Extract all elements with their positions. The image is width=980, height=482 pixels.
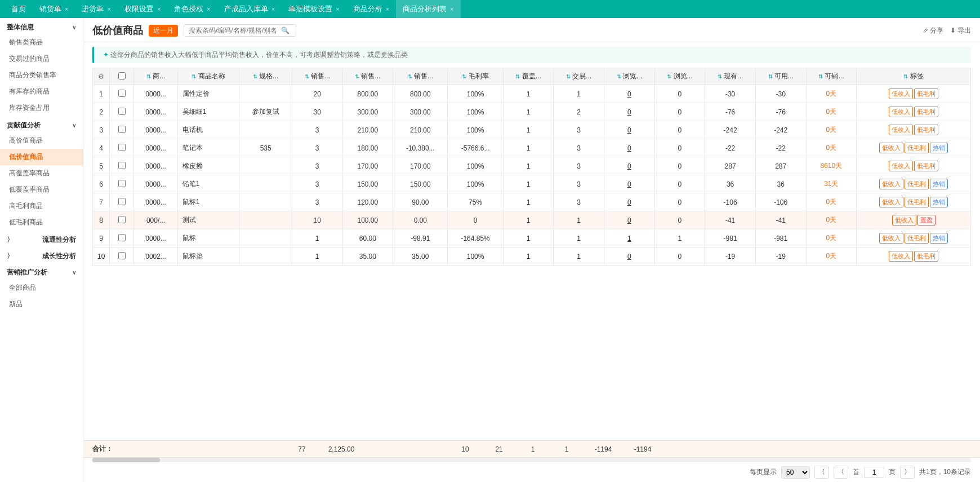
sidebar-item-traded-goods[interactable]: 交易过的商品 xyxy=(0,51,83,67)
row-index: 10 xyxy=(93,247,110,266)
nav-home[interactable]: 首页 xyxy=(5,0,33,18)
sidebar-section-contribution[interactable]: 贡献值分析 ∨ xyxy=(0,116,83,132)
sidebar-item-low-coverage[interactable]: 低覆盖率商品 xyxy=(0,182,83,198)
views-link[interactable]: 1 xyxy=(627,235,631,242)
sellable-column-header[interactable]: ⇅ 可销... xyxy=(806,68,857,85)
available-stock-column-header[interactable]: ⇅ 可用... xyxy=(755,68,806,85)
spec-column-header[interactable]: ⇅ 规格... xyxy=(239,68,292,85)
nav-role-auth[interactable]: 角色授权 × xyxy=(167,0,217,18)
gross-margin-column-header[interactable]: ⇅ 毛利率 xyxy=(448,68,503,85)
sidebar-section-marketing[interactable]: 营销推广分析 ∨ xyxy=(0,263,83,280)
row-select-checkbox[interactable] xyxy=(118,252,126,259)
views-link[interactable]: 0 xyxy=(627,162,631,170)
close-icon[interactable]: × xyxy=(107,6,110,12)
sidebar-section-growth[interactable]: 〉 成长性分析 xyxy=(0,247,83,263)
current-stock-column-header[interactable]: ⇅ 现有... xyxy=(705,68,756,85)
views-link[interactable]: 0 xyxy=(627,126,631,134)
close-icon[interactable]: × xyxy=(386,6,389,12)
sidebar-item-high-value[interactable]: 高价值商品 xyxy=(0,132,83,149)
row-views1[interactable]: 0 xyxy=(604,139,655,157)
search-icon[interactable]: 🔍 xyxy=(281,26,289,34)
prev-page-button[interactable]: 〈 xyxy=(834,466,848,479)
row-views1[interactable]: 0 xyxy=(604,175,655,193)
close-icon[interactable]: × xyxy=(336,6,339,12)
close-icon[interactable]: × xyxy=(157,6,161,12)
row-name: 鼠标垫 xyxy=(177,247,239,266)
sidebar-item-low-margin[interactable]: 低毛利商品 xyxy=(0,214,83,231)
settings-column-header[interactable]: ⚙ xyxy=(93,68,110,85)
row-views1[interactable]: 0 xyxy=(604,103,655,121)
page-number-input[interactable] xyxy=(864,467,884,478)
code-column-header[interactable]: ⇅ 商... xyxy=(134,68,177,85)
close-icon[interactable]: × xyxy=(450,6,453,12)
sidebar-section-liquidity[interactable]: 〉 流通性分析 xyxy=(0,231,83,247)
row-views1[interactable]: 1 xyxy=(604,229,655,247)
nav-goods-analysis[interactable]: 商品分析 × xyxy=(346,0,396,18)
row-select-checkbox[interactable] xyxy=(118,90,126,97)
sales-qty-column-header[interactable]: ⇅ 销售... xyxy=(292,68,342,85)
transactions-column-header[interactable]: ⇅ 交易... xyxy=(554,68,604,85)
row-select-checkbox[interactable] xyxy=(118,126,126,133)
sidebar-item-sales-goods[interactable]: 销售类商品 xyxy=(0,34,83,51)
sidebar-item-new-goods[interactable]: 新品 xyxy=(0,296,83,312)
row-index: 5 xyxy=(93,157,110,175)
sidebar-item-high-coverage[interactable]: 高覆盖率商品 xyxy=(0,165,83,182)
nav-sales-order[interactable]: 销货单 × xyxy=(33,0,75,18)
sidebar-section-overall[interactable]: 整体信息 ∨ xyxy=(0,18,83,34)
sidebar-item-all-goods[interactable]: 全部商品 xyxy=(0,280,83,296)
tags-column-header[interactable]: ⇅ 标签 xyxy=(857,68,971,85)
views-link[interactable]: 0 xyxy=(627,216,631,224)
row-views1[interactable]: 0 xyxy=(604,247,655,266)
first-page-button[interactable]: 〈 xyxy=(814,466,829,479)
views-link[interactable]: 0 xyxy=(627,90,631,98)
row-select-checkbox[interactable] xyxy=(118,180,126,187)
nav-permission-settings[interactable]: 权限设置 × xyxy=(118,0,167,18)
nav-purchase-order[interactable]: 进货单 × xyxy=(75,0,117,18)
close-icon[interactable]: × xyxy=(271,6,275,12)
row-select-checkbox[interactable] xyxy=(118,108,126,115)
sidebar-item-category-sales-rate[interactable]: 商品分类销售率 xyxy=(0,67,83,83)
period-button[interactable]: 近一月 xyxy=(149,25,178,37)
row-views1[interactable]: 0 xyxy=(604,211,655,229)
next-page-button[interactable]: 〉 xyxy=(900,466,915,479)
sales-price-column-header[interactable]: ⇅ 销售... xyxy=(393,68,448,85)
sales-amount-column-header[interactable]: ⇅ 销售... xyxy=(342,68,393,85)
nav-template-settings[interactable]: 单据模板设置 × xyxy=(282,0,346,18)
row-views1[interactable]: 0 xyxy=(604,157,655,175)
row-select-checkbox[interactable] xyxy=(118,162,126,169)
row-gross-margin: 0 xyxy=(448,211,503,229)
coverage-column-header[interactable]: ⇅ 覆盖... xyxy=(503,68,554,85)
nav-goods-analysis-list[interactable]: 商品分析列表 × xyxy=(396,0,460,18)
sidebar-item-low-value[interactable]: 低价值商品 xyxy=(0,149,83,165)
share-button[interactable]: ⇗ 分享 xyxy=(923,26,943,36)
row-select-checkbox[interactable] xyxy=(118,216,126,223)
row-name: 测试 xyxy=(177,211,239,229)
views-link[interactable]: 0 xyxy=(627,108,631,116)
per-page-select[interactable]: 50 100 xyxy=(781,466,810,479)
views-link[interactable]: 0 xyxy=(627,253,631,260)
views-link[interactable]: 0 xyxy=(627,180,631,188)
row-transactions: 3 xyxy=(554,157,604,175)
row-views1[interactable]: 0 xyxy=(604,85,655,103)
checkbox-column-header[interactable] xyxy=(110,68,134,85)
views2-column-header[interactable]: ⇅ 浏览... xyxy=(654,68,705,85)
row-views1[interactable]: 0 xyxy=(604,121,655,139)
sidebar-item-stocked-goods[interactable]: 有库存的商品 xyxy=(0,83,83,100)
export-button[interactable]: ⬇ 导出 xyxy=(950,26,971,36)
sidebar-item-high-margin[interactable]: 高毛利商品 xyxy=(0,198,83,214)
views1-column-header[interactable]: ⇅ 浏览... xyxy=(604,68,655,85)
views-link[interactable]: 0 xyxy=(627,144,631,152)
row-select-checkbox[interactable] xyxy=(118,144,126,151)
name-column-header[interactable]: ⇅ 商品名称 xyxy=(177,68,239,85)
views-link[interactable]: 0 xyxy=(627,198,631,206)
close-icon[interactable]: × xyxy=(65,6,68,12)
row-select-checkbox[interactable] xyxy=(118,198,126,205)
close-icon[interactable]: × xyxy=(207,6,210,12)
horizontal-scrollbar[interactable] xyxy=(92,458,971,462)
select-all-checkbox[interactable] xyxy=(118,72,126,79)
row-views1[interactable]: 0 xyxy=(604,193,655,211)
nav-finished-goods[interactable]: 产成品入库单 × xyxy=(217,0,282,18)
sidebar-item-inventory-capital[interactable]: 库存资金占用 xyxy=(0,100,83,116)
search-input[interactable] xyxy=(189,26,279,34)
row-select-checkbox[interactable] xyxy=(118,234,126,241)
